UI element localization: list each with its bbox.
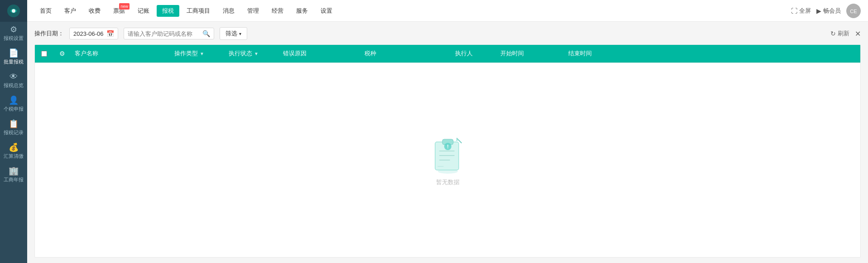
sidebar-item-huisuan-jiaoshu[interactable]: 💰 汇算清缴 (0, 140, 27, 163)
baoshui-zongjian-icon: 👁 (10, 73, 18, 81)
filter-icon-op-type: ▼ (200, 51, 204, 56)
table-container: ⚙ 客户名称 操作类型 ▼ 执行状态 ▼ 错误原因 税种 (34, 44, 861, 258)
select-all-checkbox[interactable] (41, 51, 47, 57)
search-box[interactable]: 🔍 (124, 28, 214, 39)
th-checkbox[interactable] (35, 45, 53, 62)
th-executor: 执行人 (451, 45, 497, 62)
topnav-fuwu[interactable]: 服务 (291, 5, 313, 17)
filter-button[interactable]: 筛选 ▾ (220, 27, 247, 40)
search-input[interactable] (128, 30, 202, 37)
topnav-items: 首页 客户 收费 票据 new 记账 报税 工商项目 消息 管理 经营 服务 设… (34, 5, 791, 17)
content: 操作日期： 2023-06-06 📅 🔍 筛选 ▾ ↻ 刷新 ✕ (27, 22, 868, 263)
new-badge: new (119, 3, 129, 10)
topnav-xiaoxi[interactable]: 消息 (217, 5, 240, 17)
chevron-down-icon: ▾ (239, 31, 241, 36)
geshuishenqing-icon: 👤 (9, 96, 19, 104)
sidebar-item-baoshui-shezhi[interactable]: ⚙ 报税设置 (0, 22, 27, 45)
date-value: 2023-06-06 (73, 30, 104, 37)
sidebar-item-baoshui-jilu[interactable]: 📋 报税记录 (0, 116, 27, 140)
refresh-button[interactable]: ↻ 刷新 (830, 29, 849, 38)
member-icon: ▶ (816, 7, 821, 15)
topnav-jingying[interactable]: 经营 (266, 5, 289, 17)
topnav-shezhi[interactable]: 设置 (315, 5, 338, 17)
fullscreen-icon: ⛶ (791, 7, 797, 15)
th-end-time: 结束时间 (565, 45, 633, 62)
toolbar: 操作日期： 2023-06-06 📅 🔍 筛选 ▾ ↻ 刷新 ✕ (34, 27, 861, 40)
baoshui-shezhi-icon: ⚙ (10, 25, 17, 34)
topnav-baoshui[interactable]: 报税 (157, 5, 179, 17)
topnav-kehu[interactable]: 客户 (59, 5, 82, 17)
empty-illustration: ! (430, 134, 466, 175)
sidebar-item-geshuishenqing[interactable]: 👤 个税申报 (0, 93, 27, 116)
member-btn[interactable]: ▶ 畅会员 (816, 7, 841, 15)
svg-text:!: ! (447, 144, 449, 149)
huisuan-icon: 💰 (9, 143, 19, 151)
sidebar-logo (0, 0, 27, 22)
sidebar: ⚙ 报税设置 📄 批量报税 👁 报税总览 👤 个税申报 📋 报税记录 💰 汇算清… (0, 0, 27, 263)
fullscreen-btn[interactable]: ⛶ 全屏 (791, 7, 811, 15)
sidebar-item-baoshui-zongjian[interactable]: 👁 报税总览 (0, 69, 27, 93)
topnav-piao[interactable]: 票据 new (108, 5, 130, 17)
topnav-right: ⛶ 全屏 ▶ 畅会员 CE (791, 4, 861, 18)
empty-text: 暂无数据 (436, 178, 460, 186)
sidebar-item-gongshang-nianbao[interactable]: 🏢 工商年报 (0, 163, 27, 187)
calendar-icon: 📅 (106, 30, 114, 37)
search-icon: 🔍 (202, 30, 210, 37)
main-area: 首页 客户 收费 票据 new 记账 报税 工商项目 消息 管理 经营 服务 设… (27, 0, 868, 263)
piliang-baoshui-icon: 📄 (9, 49, 19, 57)
topnav: 首页 客户 收费 票据 new 记账 报税 工商项目 消息 管理 经营 服务 设… (27, 0, 868, 22)
empty-state: ! 暂无数据 (430, 134, 466, 186)
topnav-zhang[interactable]: 记账 (132, 5, 155, 17)
close-button[interactable]: ✕ (855, 29, 861, 38)
topnav-gongshang[interactable]: 工商项目 (181, 5, 216, 17)
topnav-shoufei[interactable]: 收费 (83, 5, 106, 17)
svg-point-1 (12, 9, 15, 13)
gongshang-nianbao-icon: 🏢 (9, 167, 19, 175)
th-error-reason: 错误原因 (279, 45, 361, 62)
refresh-icon: ↻ (830, 30, 836, 37)
avatar[interactable]: CE (846, 4, 861, 18)
settings-icon: ⚙ (59, 50, 65, 57)
toolbar-right: ↻ 刷新 ✕ (830, 29, 861, 38)
date-label: 操作日期： (34, 29, 64, 38)
baoshui-jilu-icon: 📋 (9, 120, 19, 128)
topnav-guanli[interactable]: 管理 (242, 5, 264, 17)
table-header: ⚙ 客户名称 操作类型 ▼ 执行状态 ▼ 错误原因 税种 (35, 45, 860, 63)
sidebar-item-piliang-baoshui[interactable]: 📄 批量报税 (0, 45, 27, 69)
date-picker[interactable]: 2023-06-06 📅 (69, 28, 118, 39)
th-settings[interactable]: ⚙ (53, 45, 71, 62)
table-body: ! 暂无数据 (35, 63, 860, 257)
svg-text:CE: CE (850, 9, 857, 14)
th-op-type[interactable]: 操作类型 ▼ (171, 45, 225, 62)
th-exec-status[interactable]: 执行状态 ▼ (225, 45, 279, 62)
topnav-home[interactable]: 首页 (34, 5, 57, 17)
th-start-time: 开始时间 (497, 45, 565, 62)
th-customer: 客户名称 (71, 45, 171, 62)
filter-icon-exec-status: ▼ (254, 51, 259, 56)
th-tax-type: 税种 (361, 45, 451, 62)
